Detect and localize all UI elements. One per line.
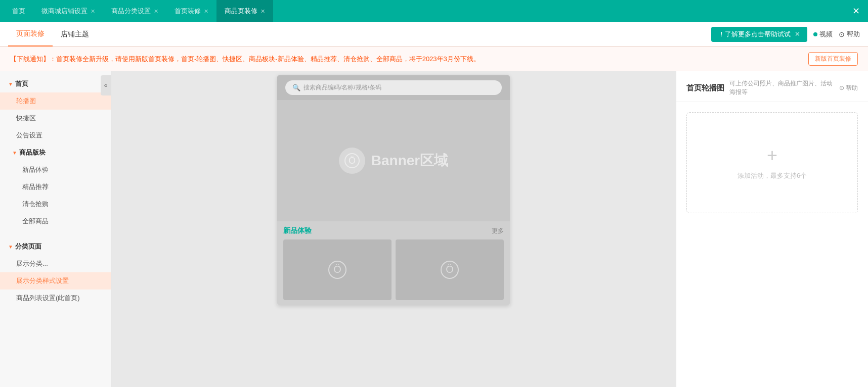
svg-text:Ö: Ö — [333, 264, 341, 275]
sidebar-item-category-style[interactable]: 展示分类样式设置 — [0, 272, 111, 289]
phone-search-bar: 🔍 搜索商品编码/名称/规格/条码 — [277, 75, 510, 100]
svg-text:Ö: Ö — [446, 264, 454, 275]
notice-bar: 【下线通知】：首页装修全新升级，请使用新版首页装修，首页-轮播图、快捷区、商品板… — [0, 46, 868, 71]
sub-tab-store-theme[interactable]: 店铺主题 — [53, 22, 97, 46]
new-version-button[interactable]: 新版首页装修 — [808, 52, 858, 66]
product-section-title: 新品体验 — [283, 226, 312, 235]
sidebar-group-home[interactable]: ▼ 首页 — [0, 75, 111, 92]
product-section: 新品体验 更多 Ö Ö — [277, 221, 510, 305]
sidebar-item-product-list[interactable]: 商品列表设置(此首页) — [0, 289, 111, 307]
tab-home-decor[interactable]: 首页装修 ✕ — [166, 0, 216, 22]
sidebar-item-show-category[interactable]: 展示分类... — [0, 255, 111, 272]
product-card-2[interactable]: Ö — [396, 239, 504, 300]
right-panel-help-button[interactable]: ⊙ 帮助 — [839, 84, 858, 92]
tab-category-settings[interactable]: 商品分类设置 ✕ — [103, 0, 166, 22]
product-section-header: 新品体验 更多 — [283, 226, 504, 235]
arrow-down-icon: ▼ — [8, 81, 13, 87]
sidebar-item-banner[interactable]: 轮播图 — [0, 92, 111, 110]
sub-tab-right-actions: ！了解更多点击帮助试试 ✕ 视频 ⊙ 帮助 — [711, 27, 860, 42]
sidebar-group-category[interactable]: ▼ 分类页面 — [0, 238, 111, 255]
arrow-down-icon: ▼ — [12, 150, 17, 156]
sidebar-item-all-products[interactable]: 全部商品 — [0, 213, 111, 230]
banner-area[interactable]: Ö Banner区域 — [277, 100, 510, 221]
tab-home[interactable]: 首页 — [4, 0, 33, 22]
phone-frame: 🔍 搜索商品编码/名称/规格/条码 Ö Banner区域 — [277, 75, 510, 305]
help-banner-close[interactable]: ✕ — [795, 30, 800, 38]
banner-text: Banner区域 — [371, 151, 448, 170]
right-panel-desc: 可上传公司照片、商品推广图片、活动海报等 — [729, 79, 834, 96]
close-tab-store[interactable]: ✕ — [91, 8, 95, 15]
phone-search-input[interactable]: 🔍 搜索商品编码/名称/规格/条码 — [285, 80, 502, 95]
tab-product-decor[interactable]: 商品页装修 ✕ — [216, 0, 273, 22]
add-banner-text: 添加活动，最多支持6个 — [737, 171, 807, 180]
tab-bar: 首页 微商城店铺设置 ✕ 商品分类设置 ✕ 首页装修 ✕ 商品页装修 ✕ ✕ — [0, 0, 868, 22]
right-panel-body: + 添加活动，最多支持6个 — [676, 102, 868, 223]
help-button[interactable]: ⊙ 帮助 — [839, 30, 860, 39]
svg-text:Ö: Ö — [349, 156, 356, 166]
main-content: « ▼ 首页 轮播图 快捷区 公告设置 ▼ 商品版块 新品体验 — [0, 71, 868, 387]
question-icon: ⊙ — [839, 30, 845, 38]
preview-area: 🔍 搜索商品编码/名称/规格/条码 Ö Banner区域 — [111, 71, 676, 387]
product-grid: Ö Ö — [283, 239, 504, 300]
close-tab-home-decor[interactable]: ✕ — [204, 8, 208, 15]
sidebar-item-quickzone[interactable]: 快捷区 — [0, 110, 111, 127]
sidebar-item-premium[interactable]: 精品推荐 — [0, 178, 111, 196]
search-icon: 🔍 — [292, 84, 300, 91]
plus-icon: + — [767, 145, 777, 166]
sidebar-item-clearance[interactable]: 清仓抢购 — [0, 196, 111, 213]
sidebar-item-notice[interactable]: 公告设置 — [0, 127, 111, 144]
banner-logo: Ö Banner区域 — [339, 148, 448, 174]
banner-logo-icon: Ö — [339, 148, 365, 174]
video-button[interactable]: 视频 — [813, 30, 833, 39]
window-close-button[interactable]: ✕ — [848, 6, 864, 17]
sidebar: « ▼ 首页 轮播图 快捷区 公告设置 ▼ 商品版块 新品体验 — [0, 71, 111, 387]
help-banner[interactable]: ！了解更多点击帮助试试 ✕ — [711, 27, 807, 42]
sidebar-item-new-exp[interactable]: 新品体验 — [0, 161, 111, 178]
right-panel-header: 首页轮播图 可上传公司照片、商品推广图片、活动海报等 ⊙ 帮助 — [676, 71, 868, 102]
product-section-more: 更多 — [492, 227, 504, 235]
sub-tab-page-decor[interactable]: 页面装修 — [8, 22, 53, 46]
tab-store-settings[interactable]: 微商城店铺设置 ✕ — [33, 0, 103, 22]
close-tab-category[interactable]: ✕ — [154, 8, 158, 15]
add-banner-button[interactable]: + 添加活动，最多支持6个 — [686, 112, 858, 213]
right-panel: 首页轮播图 可上传公司照片、商品推广图片、活动海报等 ⊙ 帮助 + 添加活动，最… — [676, 71, 868, 387]
question-circle-icon: ⊙ — [839, 84, 844, 91]
notice-text: 【下线通知】：首页装修全新升级，请使用新版首页装修，首页-轮播图、快捷区、商品板… — [10, 55, 802, 64]
sidebar-collapse-button[interactable]: « — [101, 75, 111, 95]
sidebar-section-category: ▼ 分类页面 展示分类... 展示分类样式设置 商品列表设置(此首页) — [0, 234, 111, 311]
sidebar-section-home: ▼ 首页 轮播图 快捷区 公告设置 ▼ 商品版块 新品体验 精品推荐 — [0, 71, 111, 234]
close-tab-product-decor[interactable]: ✕ — [261, 8, 265, 15]
arrow-down-icon: ▼ — [8, 244, 13, 250]
right-panel-title: 首页轮播图 — [686, 83, 724, 93]
video-dot-icon — [813, 32, 817, 36]
product-card-1[interactable]: Ö — [283, 239, 392, 300]
sub-tab-bar: 页面装修 店铺主题 ！了解更多点击帮助试试 ✕ 视频 ⊙ 帮助 — [0, 22, 868, 46]
sidebar-subgroup-products[interactable]: ▼ 商品版块 — [0, 144, 111, 161]
